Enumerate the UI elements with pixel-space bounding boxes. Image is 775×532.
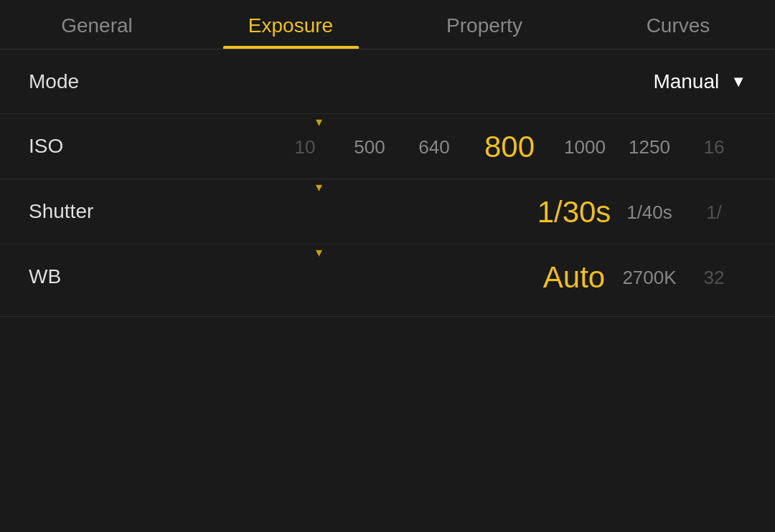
mode-label: Mode <box>29 70 172 93</box>
shutter-indicator-arrow: ▾ <box>316 179 322 195</box>
wb-val-1[interactable]: 2700K <box>617 267 682 289</box>
iso-val-1[interactable]: 500 <box>337 136 402 158</box>
tab-curves[interactable]: Curves <box>581 0 775 49</box>
tab-general[interactable]: General <box>0 0 194 49</box>
iso-val-6[interactable]: 16 <box>682 136 746 158</box>
iso-val-4[interactable]: 1000 <box>553 136 617 158</box>
wb-picker-col: ▾ Auto 2700K 32 <box>172 244 746 309</box>
iso-picker-row: ISO ▾ 10 500 640 800 1000 1250 16 <box>29 114 746 179</box>
shutter-picker-row: Shutter ▾ 1/30s 1/40s 1/ <box>29 179 746 244</box>
mode-value: Manual <box>653 70 719 93</box>
tab-exposure[interactable]: Exposure <box>194 0 388 49</box>
wb-picker-row: WB ▾ Auto 2700K 32 <box>29 244 746 309</box>
mode-value-area: Manual ▼ <box>172 70 746 93</box>
shutter-val-1[interactable]: 1/40s <box>617 201 682 224</box>
mode-row: Mode Manual ▼ <box>0 49 775 114</box>
iso-val-3[interactable]: 800 <box>466 130 553 164</box>
iso-picker-values[interactable]: 10 500 640 800 1000 1250 16 <box>172 130 746 179</box>
tab-curves-label: Curves <box>647 14 710 37</box>
shutter-row: Shutter ▾ 1/30s 1/40s 1/ <box>0 179 775 244</box>
shutter-label: Shutter <box>29 200 172 223</box>
iso-label: ISO <box>29 135 172 158</box>
iso-val-5[interactable]: 1250 <box>617 136 682 158</box>
shutter-val-2[interactable]: 1/ <box>682 201 746 224</box>
iso-row: ISO ▾ 10 500 640 800 1000 1250 16 <box>0 114 775 179</box>
wb-label: WB <box>29 265 172 288</box>
content-area: Mode Manual ▼ ISO ▾ 10 500 640 800 1000 … <box>0 49 775 317</box>
iso-arrow-row: ▾ <box>172 114 746 130</box>
tab-property[interactable]: Property <box>388 0 581 49</box>
wb-row: WB ▾ Auto 2700K 32 <box>0 244 775 317</box>
shutter-val-0[interactable]: 1/30s <box>531 195 617 229</box>
shutter-arrow-row: ▾ <box>172 179 746 195</box>
mode-dropdown-arrow[interactable]: ▼ <box>731 72 746 91</box>
tab-property-label: Property <box>446 14 522 37</box>
shutter-picker-values[interactable]: 1/30s 1/40s 1/ <box>172 195 746 244</box>
tab-exposure-label: Exposure <box>248 14 333 37</box>
iso-picker-col: ▾ 10 500 640 800 1000 1250 16 <box>172 114 746 179</box>
wb-val-2[interactable]: 32 <box>682 267 746 289</box>
shutter-picker-col: ▾ 1/30s 1/40s 1/ <box>172 179 746 244</box>
iso-indicator-arrow: ▾ <box>316 114 322 130</box>
wb-indicator-arrow: ▾ <box>316 244 322 260</box>
iso-val-0[interactable]: 10 <box>273 136 337 158</box>
tab-bar: General Exposure Property Curves <box>0 0 775 49</box>
iso-val-2[interactable]: 640 <box>402 136 466 158</box>
wb-val-0[interactable]: Auto <box>531 260 617 295</box>
wb-arrow-row: ▾ <box>172 244 746 260</box>
tab-general-label: General <box>61 14 133 37</box>
wb-picker-values[interactable]: Auto 2700K 32 <box>172 260 746 309</box>
